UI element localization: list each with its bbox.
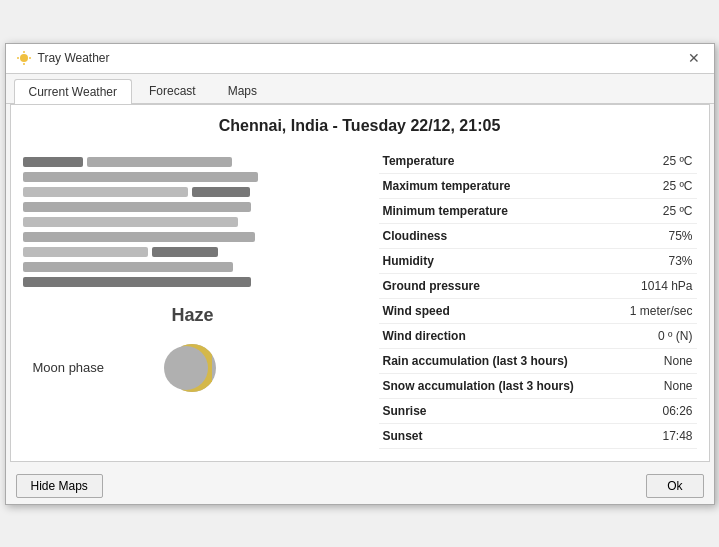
weather-value: None <box>599 348 697 373</box>
weather-bar <box>23 277 251 287</box>
tabs-bar: Current Weather Forecast Maps <box>6 74 714 104</box>
table-row: Sunrise06:26 <box>379 398 697 423</box>
titlebar-left: Tray Weather <box>16 50 110 66</box>
bar-row <box>23 247 363 257</box>
weather-value: 0 º (N) <box>599 323 697 348</box>
weather-bar <box>23 262 233 272</box>
weather-value: 1014 hPa <box>599 273 697 298</box>
weather-bar <box>87 157 232 167</box>
weather-label: Maximum temperature <box>379 173 599 198</box>
weather-label: Sunrise <box>379 398 599 423</box>
weather-label: Minimum temperature <box>379 198 599 223</box>
weather-bar <box>23 232 255 242</box>
weather-table: Temperature25 ºCMaximum temperature25 ºC… <box>379 149 697 449</box>
svg-point-8 <box>164 346 208 390</box>
titlebar: Tray Weather ✕ <box>6 44 714 74</box>
bar-row <box>23 277 363 287</box>
weather-bar <box>23 157 83 167</box>
weather-value: 73% <box>599 248 697 273</box>
table-row: Ground pressure1014 hPa <box>379 273 697 298</box>
weather-value: 17:48 <box>599 423 697 448</box>
left-panel: Haze Moon phase <box>23 149 363 449</box>
weather-label: Sunset <box>379 423 599 448</box>
moon-phase-label: Moon phase <box>33 360 105 375</box>
table-row: Wind speed1 meter/sec <box>379 298 697 323</box>
weather-value: None <box>599 373 697 398</box>
table-row: Minimum temperature25 ºC <box>379 198 697 223</box>
weather-bar <box>23 202 251 212</box>
app-icon <box>16 50 32 66</box>
weather-label: Snow accumulation (last 3 hours) <box>379 373 599 398</box>
close-button[interactable]: ✕ <box>684 48 704 68</box>
right-panel: Temperature25 ºCMaximum temperature25 ºC… <box>379 149 697 449</box>
table-row: Snow accumulation (last 3 hours)None <box>379 373 697 398</box>
moon-icon <box>164 340 220 396</box>
hide-maps-button[interactable]: Hide Maps <box>16 474 103 498</box>
svg-point-0 <box>20 54 28 62</box>
ok-button[interactable]: Ok <box>646 474 703 498</box>
weather-label: Ground pressure <box>379 273 599 298</box>
table-row: Rain accumulation (last 3 hours)None <box>379 348 697 373</box>
weather-label: Temperature <box>379 149 599 174</box>
bar-row <box>23 217 363 227</box>
weather-bar <box>23 187 188 197</box>
table-row: Maximum temperature25 ºC <box>379 173 697 198</box>
titlebar-title: Tray Weather <box>38 51 110 65</box>
weather-value: 25 ºC <box>599 198 697 223</box>
weather-label: Wind speed <box>379 298 599 323</box>
table-row: Cloudiness75% <box>379 223 697 248</box>
table-row: Humidity73% <box>379 248 697 273</box>
weather-value: 06:26 <box>599 398 697 423</box>
weather-bars <box>23 149 363 295</box>
weather-bar <box>152 247 218 257</box>
weather-label: Wind direction <box>379 323 599 348</box>
bar-row <box>23 232 363 242</box>
bar-row <box>23 187 363 197</box>
weather-bar <box>23 217 238 227</box>
main-panel: Haze Moon phase <box>23 149 697 449</box>
bar-row <box>23 157 363 167</box>
weather-value: 25 ºC <box>599 149 697 174</box>
weather-bar <box>23 247 148 257</box>
tab-content: Chennai, India - Tuesday 22/12, 21:05 <box>10 104 710 462</box>
location-title: Chennai, India - Tuesday 22/12, 21:05 <box>23 117 697 135</box>
moon-section: Moon phase <box>23 332 363 396</box>
tab-current-weather[interactable]: Current Weather <box>14 79 132 104</box>
weather-value: 75% <box>599 223 697 248</box>
table-row: Wind direction0 º (N) <box>379 323 697 348</box>
tab-maps[interactable]: Maps <box>213 78 272 103</box>
bar-row <box>23 172 363 182</box>
bar-row <box>23 202 363 212</box>
table-row: Temperature25 ºC <box>379 149 697 174</box>
main-window: Tray Weather ✕ Current Weather Forecast … <box>5 43 715 505</box>
weather-condition: Haze <box>23 305 363 326</box>
weather-label: Humidity <box>379 248 599 273</box>
weather-label: Rain accumulation (last 3 hours) <box>379 348 599 373</box>
weather-value: 25 ºC <box>599 173 697 198</box>
weather-bar <box>192 187 250 197</box>
weather-label: Cloudiness <box>379 223 599 248</box>
bar-row <box>23 262 363 272</box>
table-row: Sunset17:48 <box>379 423 697 448</box>
tab-forecast[interactable]: Forecast <box>134 78 211 103</box>
weather-bar <box>23 172 258 182</box>
weather-value: 1 meter/sec <box>599 298 697 323</box>
footer: Hide Maps Ok <box>6 466 714 504</box>
